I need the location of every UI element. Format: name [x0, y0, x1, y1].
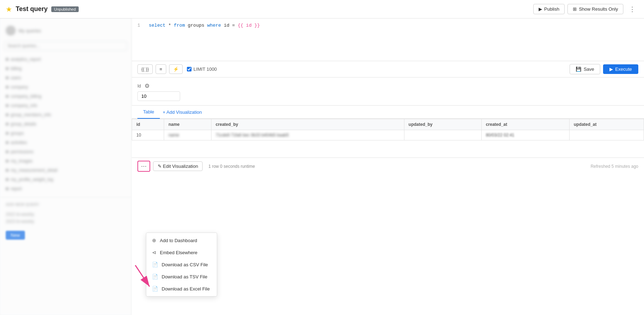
star-icon: ★ — [6, 5, 12, 14]
line-number: 1 — [137, 23, 145, 28]
cell-updated-at — [569, 130, 644, 140]
show-results-button[interactable]: ⊞ Show Results Only — [567, 4, 623, 14]
list-item[interactable]: group_details — [0, 119, 131, 129]
cell-created-by: 71cde9 71fa6 bec 0b33 b404b5 baab5 — [211, 130, 404, 140]
refresh-info: Refreshed 5 minutes ago — [591, 164, 638, 169]
dropdown-item-excel[interactable]: 📄 Download as Excel File — [146, 283, 217, 295]
dropdown-item-label: Download as TSV File — [162, 274, 207, 279]
dropdown-item-label: Download as Excel File — [162, 286, 210, 292]
list-item[interactable]: company_info — [0, 101, 131, 110]
sidebar-search-container — [0, 38, 131, 53]
param-gear-button[interactable]: ⚙ — [144, 82, 150, 90]
code-content: select * from groups where id = {{ id }} — [149, 23, 260, 28]
col-header-created-by: created_by — [211, 119, 404, 130]
cell-name: name — [164, 130, 211, 140]
list-item[interactable]: report — [0, 184, 131, 193]
col-header-updated-by: updated_by — [404, 119, 481, 130]
list-item[interactable]: my_measurement_detail — [0, 166, 131, 175]
result-tabs: Table + Add Visualization — [132, 106, 644, 119]
header-right: ▶ Publish ⊞ Show Results Only ⋮ — [533, 4, 638, 15]
header-left: ★ Test query Unpublished — [6, 5, 533, 14]
more-btn-container: ⋯ — [137, 161, 150, 172]
list-item[interactable]: activities — [0, 138, 131, 147]
list-item[interactable]: company_billing — [0, 92, 131, 101]
code-editor[interactable]: 1 select * from groups where id = {{ id … — [132, 18, 644, 61]
col-header-updated-at: updated_at — [569, 119, 644, 130]
tab-table[interactable]: Table — [137, 106, 160, 119]
col-header-id: id — [132, 119, 164, 130]
sidebar-divider — [0, 197, 131, 197]
dropdown-item-embed[interactable]: ⊲ Embed Elsewhere — [146, 246, 217, 258]
list-item[interactable]: group_members_info — [0, 110, 131, 119]
list-item: 2022 bi-weekly — [6, 211, 126, 218]
publish-button[interactable]: ▶ Publish — [533, 4, 565, 14]
add-dashboard-icon: ⊕ — [152, 237, 156, 243]
layout: My queries analytics_report billing user… — [0, 18, 644, 315]
list-item[interactable]: my_profile_weight_log — [0, 175, 131, 184]
list-item[interactable]: permissions — [0, 147, 131, 156]
format-button[interactable]: ≡ — [156, 64, 166, 74]
sidebar: My queries analytics_report billing user… — [0, 18, 132, 315]
cell-id: 10 — [132, 130, 164, 140]
page-title: Test query — [16, 5, 48, 13]
list-item: 2023 bi-weekly — [6, 218, 126, 225]
header: ★ Test query Unpublished ▶ Publish ⊞ Sho… — [0, 0, 644, 18]
header-more-button[interactable]: ⋮ — [626, 4, 638, 15]
sidebar-bottom: 2022 bi-weekly 2023 bi-weekly — [0, 208, 131, 228]
sidebar-header: My queries — [0, 23, 131, 38]
tsv-icon: 📄 — [152, 274, 158, 279]
query-toolbar: {{ }} ≡ ⚡ LIMIT 1000 💾 Save ▶ Execute — [132, 61, 644, 78]
limit-section: LIMIT 1000 — [187, 66, 217, 72]
param-id-label: Id — [137, 84, 141, 89]
limit-checkbox[interactable] — [187, 67, 192, 71]
show-results-label: Show Results Only — [579, 6, 618, 12]
result-table: id name created_by updated_by created_at… — [132, 119, 644, 140]
table-icon: ⊞ — [573, 6, 577, 12]
sidebar-items: analytics_report billing users company c… — [0, 53, 131, 195]
dropdown-item-add-dashboard[interactable]: ⊕ Add to Dashboard — [146, 234, 217, 246]
col-header-name: name — [164, 119, 211, 130]
list-item[interactable]: analytics_report — [0, 55, 131, 64]
avatar — [6, 26, 16, 36]
table-container: id name created_by updated_by created_at… — [132, 119, 644, 158]
bottom-bar: ⋯ ✎ Edit Visualization 1 row 0 seconds r… — [132, 158, 644, 175]
more-options-button[interactable]: ⋯ — [137, 161, 150, 172]
dropdown-menu: ⊕ Add to Dashboard ⊲ Embed Elsewhere 📄 D… — [146, 233, 217, 297]
table-header: id name created_by updated_by created_at… — [132, 119, 644, 130]
table-row: 10 name 71cde9 71fa6 bec 0b33 b404b5 baa… — [132, 130, 644, 140]
edit-visualization-button[interactable]: ✎ Edit Visualization — [153, 161, 203, 171]
csv-icon: 📄 — [152, 262, 158, 267]
dropdown-item-label: Download as CSV File — [162, 262, 208, 267]
save-label: Save — [583, 66, 594, 72]
dropdown-item-csv[interactable]: 📄 Download as CSV File — [146, 258, 217, 271]
save-icon: 💾 — [576, 66, 581, 72]
execute-label: Execute — [615, 66, 632, 72]
unpublished-badge: Unpublished — [51, 6, 79, 12]
sidebar-username: My queries — [19, 28, 41, 33]
table-body: 10 name 71cde9 71fa6 bec 0b33 b404b5 baa… — [132, 130, 644, 140]
param-group-id: Id ⚙ — [137, 82, 180, 101]
publish-label: Publish — [544, 6, 560, 12]
add-visualization-tab[interactable]: + Add Visualization — [160, 106, 205, 118]
list-item[interactable]: company — [0, 82, 131, 92]
dropdown-item-tsv[interactable]: 📄 Download as TSV File — [146, 271, 217, 283]
sidebar-new-btn-container: New — [0, 228, 131, 242]
list-item[interactable]: groups — [0, 129, 131, 138]
list-item[interactable]: users — [0, 73, 131, 82]
param-section: Id ⚙ — [132, 78, 644, 106]
execute-button[interactable]: ▶ Execute — [603, 64, 638, 74]
embed-icon: ⊲ — [152, 250, 156, 255]
new-query-button[interactable]: New — [6, 231, 25, 240]
param-id-input[interactable] — [137, 91, 180, 101]
param-header-row: Id ⚙ — [137, 82, 180, 90]
list-item[interactable]: billing — [0, 64, 131, 73]
save-button[interactable]: 💾 Save — [570, 64, 600, 74]
limit-label: LIMIT 1000 — [194, 66, 217, 72]
code-line-1: 1 select * from groups where id = {{ id … — [137, 23, 638, 28]
lightning-button[interactable]: ⚡ — [169, 64, 183, 74]
list-item[interactable]: my_images — [0, 156, 131, 166]
search-input[interactable] — [4, 41, 127, 50]
template-button[interactable]: {{ }} — [137, 64, 153, 74]
cell-created-at: 80/03/22 02:41 — [481, 130, 569, 140]
excel-icon: 📄 — [152, 286, 158, 292]
